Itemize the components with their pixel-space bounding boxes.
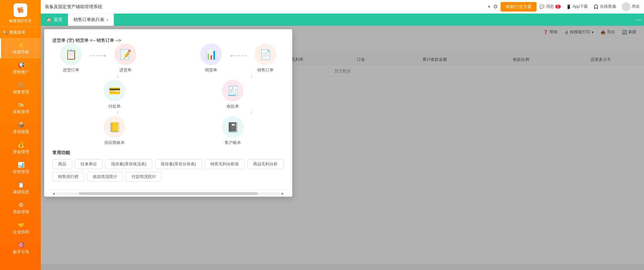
service-icon: 🎧 <box>593 4 598 9</box>
sidebar-item-basic[interactable]: 📋 基础信息 <box>0 178 41 198</box>
message-badge: 5 <box>555 5 561 8</box>
sidebar-item-system[interactable]: ⚙ 系统管理 <box>0 198 41 218</box>
sales-bill-label: 销货单 <box>205 67 217 73</box>
topbar-right: 💬 消息 5 📱 App下载 🎧 在线客服 用友 <box>539 2 640 11</box>
receipt-circle: 🧾 <box>222 80 244 102</box>
flow-section: 进货单 (空) 销货单 <-- 销售订单 --> 📋 进货订单 ▶ <box>44 29 292 150</box>
system-icon: ⚙ <box>19 202 23 208</box>
finance-icon: 💰 <box>18 142 24 148</box>
func-section: 常用功能 商品 往来单位 现存量(库存状况表) 现存量(库存分布表) 销售毛利分… <box>44 150 292 190</box>
func-buttons-row2: 销售排行榜 收款情况统计 付款情况统计 <box>52 172 284 182</box>
purchase-order-circle: 📋 <box>60 43 82 65</box>
sidebar-search[interactable]: 🔍 搜索菜单 <box>0 27 41 38</box>
minimize-icon[interactable]: — <box>636 17 641 23</box>
func-btn-product-profit[interactable]: 商品毛利分析 <box>247 159 283 169</box>
flow-node-supplier-ledger[interactable]: 📒 供应商账本 <box>96 116 133 146</box>
user-item[interactable]: 用友 <box>622 2 640 11</box>
quick-nav-icon: ⚡ <box>18 42 24 48</box>
purchase-bill-circle: 📝 <box>115 43 136 65</box>
func-btn-stock-dist[interactable]: 现存量(库存分布表) <box>155 159 202 169</box>
modal-scrollbar: ◀ ▶ <box>44 190 292 197</box>
tabbar: 🏠 首页 销售订单执行表 × — <box>41 14 644 26</box>
func-btn-receipt-stats[interactable]: 收款情况统计 <box>87 172 123 182</box>
flow-node-sales-bill[interactable]: 📊 销货单 <box>192 43 230 73</box>
avatar <box>622 2 630 11</box>
app-icon: 📱 <box>566 4 571 9</box>
customer-service-item[interactable]: 🎧 在线客服 <box>593 4 616 10</box>
purchase-order-label: 进货订单 <box>63 67 79 73</box>
flow-node-purchase-order[interactable]: 📋 进货订单 <box>52 43 90 73</box>
sidebar-item-enterprise[interactable]: 🤝 企业协同 <box>0 218 41 238</box>
sales-order-circle: 📄 <box>255 43 276 65</box>
topbar: 装备及固定资产辅助管理系统 ▾ ⚙ 体验行业方案 💬 消息 5 📱 App下载 … <box>41 0 644 14</box>
logo-icon: 畅 <box>14 3 27 17</box>
func-btn-sales-profit[interactable]: 销售毛利分析表 <box>205 159 245 169</box>
scroll-left-arrow[interactable]: ◀ <box>52 192 55 195</box>
func-buttons-row1: 商品 往来单位 现存量(库存状况表) 现存量(库存分布表) 销售毛利分析表 商品… <box>52 159 284 169</box>
sales-icon: 🛒 <box>18 82 24 88</box>
func-btn-stock-status[interactable]: 现存量(库存状况表) <box>105 159 152 169</box>
system-title: 装备及固定资产辅助管理系统 <box>45 4 485 10</box>
sales-order-label: 销售订单 <box>257 67 274 73</box>
tab-sales-order[interactable]: 销售订单执行表 × <box>68 14 114 26</box>
sales-bill-circle: 📊 <box>200 43 222 65</box>
flow-node-customer-ledger[interactable]: 📓 客户账本 <box>214 116 251 146</box>
tab-close-icon[interactable]: × <box>106 18 108 22</box>
sidebar-logo: 畅 畅康通好生意 <box>0 0 41 27</box>
sidebar-nav: ⚡ 快捷导航 📢 营销推广 🛒 销售管理 🛍 采购管理 📦 库存核算 💰 资金管… <box>0 38 41 270</box>
func-btn-payment-stats[interactable]: 付款情况统计 <box>126 172 162 182</box>
scrollbar-track[interactable] <box>56 192 280 195</box>
chevron-down-icon: ▾ <box>488 4 490 9</box>
sidebar-item-newbie[interactable]: 🎯 新手引导 <box>0 238 41 258</box>
flow-node-purchase-bill[interactable]: 📝 进货单 <box>107 43 144 73</box>
basic-icon: 📋 <box>18 182 24 188</box>
payment-circle: 💳 <box>104 80 125 102</box>
modal-overlay[interactable]: 进货单 (空) 销货单 <-- 销售订单 --> 📋 进货订单 ▶ <box>41 26 644 270</box>
search-icon: 🔍 <box>3 30 8 35</box>
marketing-icon: 📢 <box>18 62 24 68</box>
logo-text: 畅康通好生意 <box>9 18 32 23</box>
supplier-label: 供应商账本 <box>104 140 125 146</box>
sidebar-item-sales[interactable]: 🛒 销售管理 <box>0 78 41 98</box>
func-btn-partner[interactable]: 往来单位 <box>75 159 103 169</box>
sidebar-item-finance[interactable]: 💰 资金管理 <box>0 138 41 158</box>
flow-node-receipt[interactable]: 🧾 收款单 <box>214 80 251 109</box>
operations-icon: 📊 <box>18 162 24 168</box>
flow-node-payment[interactable]: 💳 付款单 <box>96 80 133 109</box>
sidebar-item-operations[interactable]: 📊 经营管理 <box>0 158 41 178</box>
message-item[interactable]: 💬 消息 5 <box>539 4 561 10</box>
payment-label: 付款单 <box>108 104 121 109</box>
purchase-icon: 🛍 <box>18 102 24 108</box>
sidebar-item-marketing[interactable]: 📢 营销推广 <box>0 58 41 78</box>
customer-label: 客户账本 <box>225 140 241 146</box>
sidebar: 畅 畅康通好生意 🔍 搜索菜单 ⚡ 快捷导航 📢 营销推广 🛒 销售管理 🛍 采… <box>0 0 41 270</box>
inventory-icon: 📦 <box>18 122 24 128</box>
tab-home[interactable]: 🏠 首页 <box>41 14 68 26</box>
system-dropdown[interactable]: ▾ <box>488 4 490 9</box>
experience-button[interactable]: 体验行业方案 <box>501 2 537 12</box>
home-icon: 🏠 <box>46 17 52 22</box>
receipt-label: 收款单 <box>227 104 239 109</box>
enterprise-icon: 🤝 <box>18 222 24 228</box>
message-icon: 💬 <box>539 4 544 9</box>
app-download-item[interactable]: 📱 App下载 <box>566 4 588 10</box>
scrollbar-thumb <box>79 192 258 195</box>
sidebar-item-quick-nav[interactable]: ⚡ 快捷导航 <box>0 38 41 58</box>
scroll-right-arrow[interactable]: ▶ <box>281 192 284 195</box>
customer-circle: 📓 <box>222 116 244 138</box>
purchase-bill-label: 进货单 <box>119 67 132 73</box>
func-btn-product[interactable]: 商品 <box>52 159 72 169</box>
supplier-circle: 📒 <box>104 116 125 138</box>
func-btn-sales-rank[interactable]: 销售排行榜 <box>52 172 84 182</box>
sidebar-item-purchase[interactable]: 🛍 采购管理 <box>0 98 41 118</box>
modal-box: 进货单 (空) 销货单 <-- 销售订单 --> 📋 进货订单 ▶ <box>44 29 292 197</box>
settings-icon[interactable]: ⚙ <box>493 3 498 10</box>
newbie-icon: 🎯 <box>18 242 24 248</box>
func-title: 常用功能 <box>52 150 284 156</box>
sidebar-item-inventory[interactable]: 📦 库存核算 <box>0 118 41 138</box>
flow-node-sales-order[interactable]: 📄 销售订单 <box>247 43 284 73</box>
